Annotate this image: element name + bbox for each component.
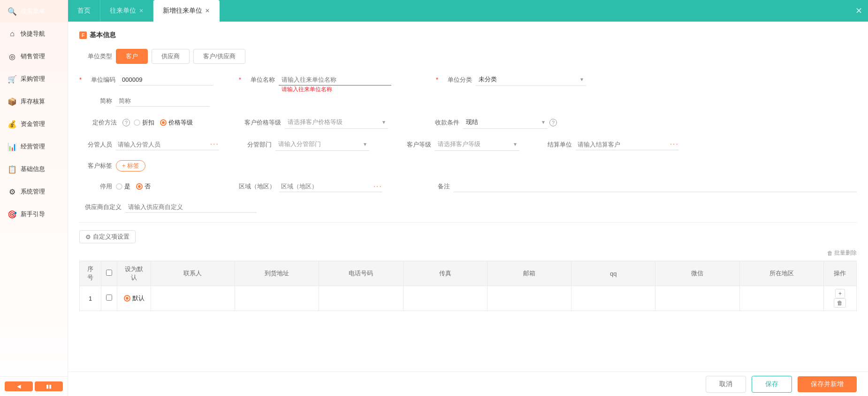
customer-level-chevron-icon: ▾ (514, 141, 517, 148)
supervisor-label: 分管人员 (79, 140, 112, 149)
cancel-btn[interactable]: 取消 (706, 376, 746, 393)
row-qq[interactable] (571, 286, 655, 311)
th-qq: qq (571, 261, 655, 286)
sales-icon: ◎ (8, 52, 17, 61)
sidebar-item-purchase[interactable]: 🛒 采购管理 (0, 68, 68, 90)
sidebar-item-inventory[interactable]: 📦 库存核算 (0, 90, 68, 113)
customer-level-select[interactable]: 请选择客户等级 ▾ (435, 138, 519, 151)
disabled-yes-radio[interactable]: 是 (116, 182, 130, 191)
sidebar-toggle-btn[interactable]: ▮▮ (35, 381, 63, 391)
save-btn[interactable]: 保存 (752, 376, 792, 393)
row-default-label: 默认 (132, 294, 145, 303)
tab-partner-close[interactable]: ✕ (139, 8, 144, 14)
row-district-input[interactable] (745, 295, 819, 302)
supplier-custom-input[interactable] (125, 202, 257, 213)
tab-home[interactable]: 首页 (68, 0, 100, 22)
region-label: 区域（地区） (239, 182, 275, 191)
unit-name-group: * 单位名称 请输入往来单位名称 (239, 74, 436, 85)
customer-price-level-select[interactable]: 请选择客户价格等级 ▾ (285, 116, 388, 129)
settlement-input[interactable] (576, 139, 668, 150)
basic-icon: 📋 (8, 164, 17, 174)
sidebar-item-guide[interactable]: 🎯 新手引导 (0, 203, 68, 225)
pricing-method-label: 定价方法 (79, 118, 117, 127)
section-icon: F (79, 31, 87, 39)
sidebar-item-system[interactable]: ⚙ 系统管理 (0, 180, 68, 203)
row-delete-btn[interactable]: 🗑 (834, 298, 846, 308)
form-content: F 基本信息 单位类型 客户 供应商 客户/供应商 * 单位编码 (68, 22, 868, 372)
tag-label: 客户标签 (79, 162, 112, 170)
pricing-discount-radio[interactable]: 折扣 (134, 118, 154, 127)
unit-type-customer-btn[interactable]: 客户 (116, 49, 148, 64)
operations-icon: 📊 (8, 142, 17, 151)
search-icon: 🔍 (8, 7, 17, 16)
pricing-help-icon[interactable]: ? (122, 119, 130, 126)
row-no: 1 (80, 286, 101, 311)
row-email-input[interactable] (492, 295, 566, 302)
row-phone[interactable] (319, 286, 403, 311)
remarks-input[interactable] (454, 181, 857, 192)
supervisor-input-wrapper: ··· (116, 139, 219, 150)
select-all-checkbox[interactable] (106, 270, 112, 276)
abbr-input[interactable] (116, 95, 210, 107)
row-fax-input[interactable] (408, 295, 482, 302)
payment-terms-select[interactable]: 现结 ▾ (463, 116, 548, 129)
save-and-new-btn[interactable]: 保存并新增 (798, 376, 857, 392)
inventory-icon: 📦 (8, 97, 17, 106)
row-qq-input[interactable] (576, 295, 650, 302)
unit-type-supplier-btn[interactable]: 供应商 (152, 49, 190, 64)
tab-partner[interactable]: 往来单位 ✕ (100, 0, 153, 22)
settlement-label: 结算单位 (539, 140, 572, 149)
row-contact[interactable] (151, 286, 235, 311)
sidebar-purchase-label: 采购管理 (21, 75, 45, 83)
main-area: 首页 往来单位 ✕ 新增往来单位 ✕ ✕ F 基本信息 单位类型 客户 供应商 … (68, 0, 868, 396)
row-address-input[interactable] (240, 295, 314, 302)
supplier-custom-label: 供应商自定义 (79, 203, 122, 211)
supervisor-row: 分管人员 ··· 分管部门 请输入分管部门 ▾ 客户等级 请选择客户等级 (79, 138, 857, 151)
unit-category-select[interactable]: 未分类 ▾ (476, 73, 586, 86)
unit-type-group: 单位类型 客户 供应商 客户/供应商 (79, 49, 857, 64)
remarks-group: 备注 (417, 181, 857, 192)
row-address[interactable] (235, 286, 319, 311)
unit-type-both-btn[interactable]: 客户/供应商 (193, 49, 245, 64)
row-checkbox[interactable] (106, 295, 112, 301)
unit-name-input[interactable] (279, 74, 391, 85)
row-phone-input[interactable] (324, 295, 398, 302)
row-default-radio[interactable]: 默认 (122, 294, 146, 303)
sidebar-item-operations[interactable]: 📊 经营管理 (0, 135, 68, 158)
sidebar-item-finance[interactable]: 💰 资金管理 (0, 113, 68, 135)
tab-new-partner[interactable]: 新增往来单位 ✕ (153, 0, 220, 22)
row-add-btn[interactable]: + (835, 289, 845, 298)
supervisor-input[interactable] (116, 139, 208, 150)
divider (79, 222, 857, 223)
supervisor-more-btn[interactable]: ··· (210, 140, 219, 148)
region-input[interactable] (279, 181, 372, 192)
th-default: 设为默认 (117, 261, 151, 286)
sidebar-finance-label: 资金管理 (21, 120, 45, 128)
custom-settings-btn[interactable]: ⚙ 自定义项设置 (79, 230, 136, 243)
sidebar-item-search[interactable]: 🔍 搜索菜单 (0, 0, 68, 23)
row-email[interactable] (487, 286, 571, 311)
row-wechat-input[interactable] (660, 295, 734, 302)
row-contact-input[interactable] (156, 295, 230, 302)
tab-new-partner-close[interactable]: ✕ (205, 8, 210, 14)
sidebar-item-quicknav[interactable]: ⌂ 快捷导航 (0, 23, 68, 45)
supplier-custom-row: 供应商自定义 (79, 202, 857, 213)
settlement-more-btn[interactable]: ··· (670, 140, 679, 148)
payment-help-icon[interactable]: ? (549, 119, 557, 126)
disabled-no-radio[interactable]: 否 (136, 182, 151, 191)
region-more-btn[interactable]: ··· (373, 182, 382, 191)
pricing-level-radio[interactable]: 价格等级 (160, 118, 193, 127)
sidebar-item-basic[interactable]: 📋 基础信息 (0, 158, 68, 180)
row-district[interactable] (739, 286, 823, 311)
tag-add-btn[interactable]: + 标签 (116, 160, 145, 171)
pricing-level-radio-circle (160, 119, 167, 126)
batch-delete-btn[interactable]: 🗑 批量删除 (827, 249, 857, 257)
no-label: 否 (145, 182, 151, 191)
sidebar-item-sales[interactable]: ◎ 销售管理 (0, 45, 68, 68)
unit-code-input[interactable] (119, 74, 213, 85)
row-wechat[interactable] (655, 286, 739, 311)
main-close-btn[interactable]: ✕ (855, 6, 862, 16)
department-select[interactable]: 请输入分管部门 ▾ (275, 138, 369, 151)
row-fax[interactable] (403, 286, 487, 311)
sidebar-expand-btn[interactable]: ◀ (5, 381, 33, 391)
